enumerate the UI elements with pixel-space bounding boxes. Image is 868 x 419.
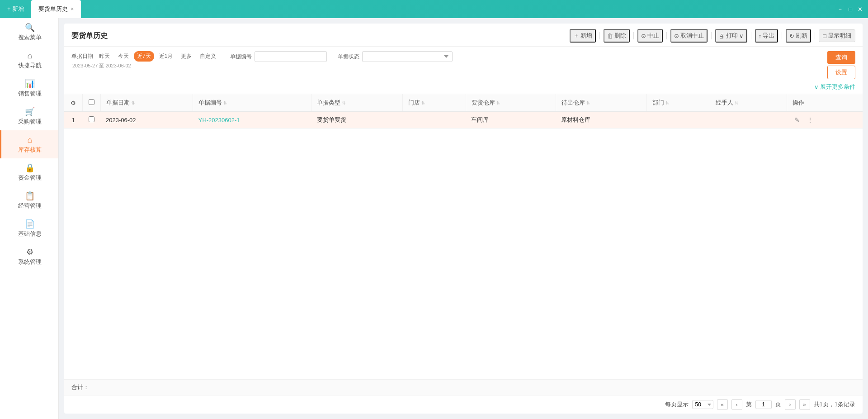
- date-btn-yesterday[interactable]: 昨天: [96, 51, 113, 62]
- order-no-link[interactable]: YH-20230602-1: [198, 117, 240, 124]
- td-checkbox[interactable]: [82, 112, 100, 129]
- tab-close-icon[interactable]: ×: [71, 6, 74, 12]
- sidebar-item-inventory-label: 库存核算: [18, 146, 42, 154]
- th-handler[interactable]: 经手人 ⇅: [710, 94, 787, 112]
- date-btn-1month[interactable]: 近1月: [156, 51, 176, 62]
- th-pending-warehouse-sort-icon: ⇅: [586, 100, 590, 105]
- sidebar-item-finance-mgmt[interactable]: 🔒 资金管理: [0, 158, 58, 186]
- refresh-button[interactable]: ↻ 刷新: [786, 29, 811, 43]
- sidebar-item-purchase-label: 采购管理: [18, 118, 42, 126]
- expand-more-label: 展开更多条件: [820, 83, 855, 91]
- th-department-label: 部门: [652, 99, 664, 107]
- cancel-stop-button[interactable]: ⊙ 取消中止: [670, 29, 708, 43]
- th-settings[interactable]: ⚙: [64, 94, 82, 112]
- main-layout: 🔍 搜索菜单 ⌂ 快捷导航 📊 销售管理 🛒 采购管理 ⌂ 库存核算 🔒 资金管…: [0, 18, 868, 419]
- cancel-stop-label: 取消中止: [680, 32, 704, 40]
- add-button[interactable]: ＋ 新增: [570, 29, 596, 43]
- td-index: 1: [64, 112, 82, 129]
- table-row[interactable]: 1 2023-06-02 YH-20230602-1 要货单要货 车间库: [64, 112, 863, 129]
- filter-settings-button[interactable]: 设置: [827, 66, 855, 79]
- status-select[interactable]: [362, 51, 453, 62]
- filter-actions: 查询 设置: [827, 51, 855, 79]
- current-page-input[interactable]: [755, 400, 772, 409]
- table-footer: 合计：: [64, 379, 863, 395]
- filter-group-status: 单据状态: [338, 51, 816, 62]
- row-more-icon[interactable]: ⋮: [805, 115, 815, 124]
- basic-info-icon: 📄: [25, 220, 35, 228]
- date-btn-7days[interactable]: 近7天: [134, 51, 154, 62]
- date-btn-today[interactable]: 今天: [115, 51, 132, 62]
- page-suffix-label: 页: [775, 400, 781, 409]
- prev-page-btn[interactable]: ‹: [731, 399, 742, 410]
- top-bar-right: － □ ✕: [832, 5, 868, 13]
- window-maximize-btn[interactable]: □: [849, 6, 852, 13]
- filter-main-row: 单据日期 昨天 今天 近7天 近1月 更多 自定义 202: [71, 51, 855, 79]
- th-order-no[interactable]: 单据编号 ⇅: [193, 94, 311, 112]
- sidebar-item-search-label: 搜索菜单: [18, 33, 42, 42]
- order-no-input[interactable]: [255, 51, 327, 62]
- query-button[interactable]: 查询: [827, 51, 855, 64]
- row-actions: ✎ ⋮: [793, 115, 857, 124]
- refresh-icon: ↻: [789, 33, 794, 39]
- data-table: ⚙ 单据日期 ⇅: [64, 94, 863, 129]
- last-page-btn[interactable]: »: [799, 399, 810, 410]
- expand-more-icon: ∨: [814, 84, 819, 90]
- date-range-text: 2023-05-27 至 2023-06-02: [72, 62, 219, 69]
- window-minimize-btn[interactable]: －: [837, 5, 843, 13]
- th-department[interactable]: 部门 ⇅: [647, 94, 710, 112]
- th-checkbox[interactable]: [82, 94, 100, 112]
- select-all-checkbox[interactable]: [89, 99, 94, 105]
- next-page-btn[interactable]: ›: [785, 399, 796, 410]
- row-checkbox[interactable]: [89, 116, 94, 122]
- sidebar-item-search-menu[interactable]: 🔍 搜索菜单: [0, 18, 58, 46]
- th-store[interactable]: 门店 ⇅: [402, 94, 466, 112]
- sidebar-item-purchase-mgmt[interactable]: 🛒 采购管理: [0, 102, 58, 130]
- delete-button[interactable]: 🗑 删除: [604, 29, 630, 43]
- th-pending-warehouse[interactable]: 待出仓库 ⇅: [556, 94, 646, 112]
- th-req-warehouse[interactable]: 要货仓库 ⇅: [466, 94, 556, 112]
- window-close-btn[interactable]: ✕: [858, 6, 863, 13]
- sidebar-item-operations-mgmt[interactable]: 📋 经营管理: [0, 186, 58, 214]
- sidebar-item-system-mgmt[interactable]: ⚙ 系统管理: [0, 243, 58, 271]
- th-actions: 操作: [787, 94, 863, 112]
- expand-more-row: ∨ 展开更多条件: [71, 83, 855, 91]
- print-chevron-icon: ∨: [739, 33, 744, 39]
- divider-6: [782, 32, 782, 39]
- first-page-btn[interactable]: «: [717, 399, 728, 410]
- th-store-label: 门店: [408, 99, 420, 107]
- print-label: 打印: [726, 32, 738, 40]
- filter-content: 单据日期 昨天 今天 近7天 近1月 更多 自定义 202: [71, 51, 855, 91]
- export-button[interactable]: ↑ 导出: [755, 29, 778, 43]
- tab-home[interactable]: + 新增: [0, 0, 31, 18]
- th-date[interactable]: 单据日期 ⇅: [100, 94, 193, 112]
- per-page-select[interactable]: 50 20 100: [692, 400, 713, 409]
- sidebar-item-sales-mgmt[interactable]: 📊 销售管理: [0, 74, 58, 102]
- status-label: 单据状态: [338, 53, 359, 61]
- finance-icon: 🔒: [25, 164, 35, 172]
- sidebar-item-basic-info[interactable]: 📄 基础信息: [0, 214, 58, 243]
- expand-more-btn[interactable]: ∨ 展开更多条件: [814, 83, 855, 91]
- sidebar-item-finance-label: 资金管理: [18, 174, 42, 182]
- date-btn-custom[interactable]: 自定义: [197, 51, 219, 62]
- per-page-label: 每页显示: [665, 400, 689, 409]
- sidebar-item-inventory[interactable]: ⌂ 库存核算: [0, 130, 58, 158]
- filter-group-date: 单据日期 昨天 今天 近7天 近1月 更多 自定义 202: [71, 51, 219, 69]
- stop-button[interactable]: ⊙ 中止: [637, 29, 663, 43]
- sidebar-item-quick-nav[interactable]: ⌂ 快捷导航: [0, 46, 58, 74]
- search-icon: 🔍: [25, 24, 35, 32]
- filter-group-order-no: 单据编号: [230, 51, 327, 62]
- tab-requisition-history[interactable]: 要货单历史 ×: [31, 0, 81, 18]
- tab-requisition-label: 要货单历史: [38, 5, 68, 13]
- date-btn-more[interactable]: 更多: [178, 51, 195, 62]
- td-actions: ✎ ⋮: [787, 112, 863, 129]
- th-order-type[interactable]: 单据类型 ⇅: [311, 94, 402, 112]
- th-handler-label: 经手人: [716, 99, 733, 107]
- td-handler: [710, 112, 787, 129]
- print-button[interactable]: 🖨 打印 ∨: [715, 29, 747, 43]
- td-order-no: YH-20230602-1: [193, 112, 311, 129]
- divider-3: [666, 32, 667, 39]
- divider-5: [751, 32, 751, 39]
- row-edit-icon[interactable]: ✎: [793, 115, 802, 124]
- display-detail-button[interactable]: □ 显示明细: [819, 29, 855, 42]
- page-header: 要货单历史 ＋ 新增 🗑 删除 ⊙ 中止: [64, 24, 863, 47]
